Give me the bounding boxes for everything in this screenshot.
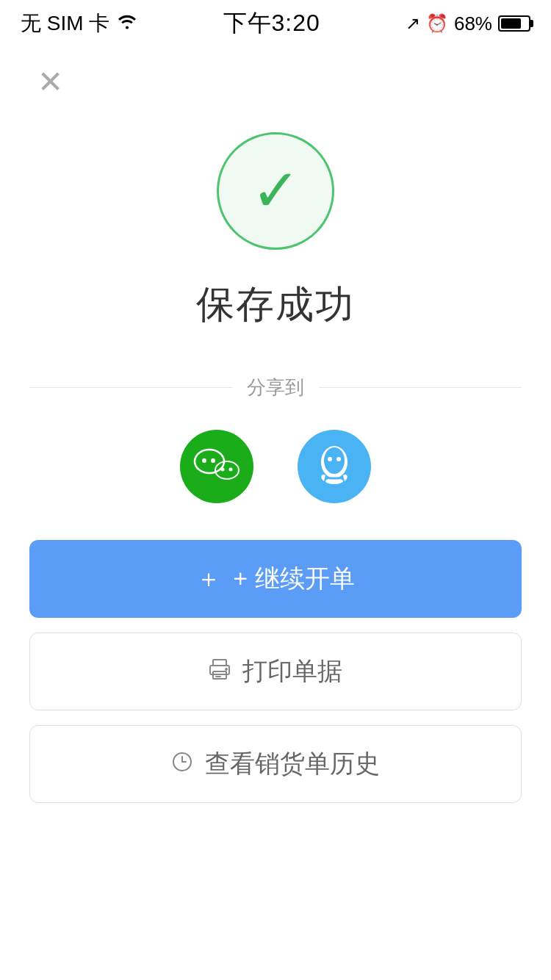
history-button-label: 查看销货单历史: [205, 747, 380, 781]
qq-icon: [314, 443, 355, 490]
svg-point-9: [336, 457, 341, 461]
svg-point-2: [202, 458, 206, 463]
alarm-icon: ⏰: [426, 13, 448, 34]
divider-left: [29, 387, 232, 388]
svg-point-3: [211, 458, 215, 463]
time-display: 下午3:20: [223, 7, 320, 40]
close-button-area: ✕: [29, 62, 522, 103]
history-button[interactable]: 查看销货单历史: [29, 725, 522, 803]
continue-button[interactable]: ＋ + 继续开单: [29, 540, 522, 618]
close-icon: ✕: [37, 67, 63, 98]
wifi-icon: [117, 12, 137, 35]
no-sim-text: 无 SIM 卡: [21, 10, 109, 37]
svg-rect-15: [215, 676, 221, 677]
battery-percent: 68%: [454, 12, 492, 35]
success-circle: ✓: [217, 132, 334, 250]
svg-point-16: [225, 668, 228, 671]
print-button[interactable]: 打印单据: [29, 633, 522, 710]
plus-icon: ＋: [196, 562, 221, 596]
status-right: ↗ ⏰ 68%: [406, 12, 530, 35]
history-icon: [171, 751, 193, 778]
success-title: 保存成功: [196, 279, 355, 331]
svg-point-0: [195, 450, 224, 473]
svg-rect-11: [213, 660, 226, 666]
print-button-label: 打印单据: [242, 655, 342, 688]
share-divider: 分享到: [29, 375, 522, 400]
svg-point-5: [229, 468, 233, 472]
close-button[interactable]: ✕: [29, 62, 71, 103]
svg-point-8: [328, 457, 332, 461]
continue-button-label: + 继续开单: [233, 562, 354, 596]
main-content: ✕ ✓ 保存成功 分享到: [0, 47, 551, 832]
status-bar: 无 SIM 卡 下午3:20 ↗ ⏰ 68%: [0, 0, 551, 47]
svg-point-4: [221, 468, 225, 472]
action-buttons: ＋ + 继续开单 打印单据: [29, 540, 522, 803]
wechat-share-button[interactable]: [180, 430, 253, 503]
checkmark-icon: ✓: [251, 162, 300, 220]
share-section: 分享到: [29, 375, 522, 503]
print-icon: [209, 659, 231, 685]
status-left: 无 SIM 卡: [21, 10, 137, 37]
wechat-icon: [193, 447, 240, 486]
divider-right: [319, 387, 522, 388]
location-icon: ↗: [406, 13, 420, 34]
share-icons: [29, 430, 522, 503]
battery-icon: [498, 15, 530, 32]
qq-share-button[interactable]: [298, 430, 371, 503]
svg-point-7: [324, 447, 345, 474]
svg-rect-14: [215, 674, 224, 675]
share-label: 分享到: [247, 375, 304, 400]
